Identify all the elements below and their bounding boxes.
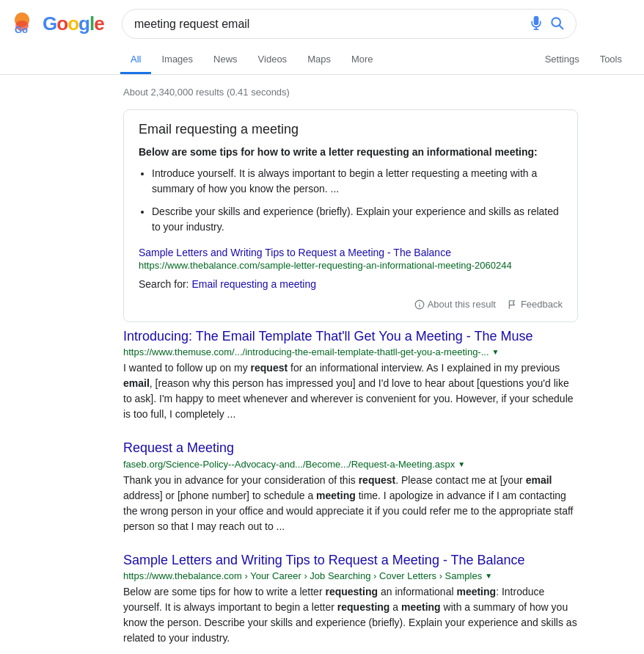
- tab-all[interactable]: All: [120, 46, 151, 74]
- tab-more[interactable]: More: [341, 46, 384, 74]
- snippet-bullet-list: Introduce yourself. It is always importa…: [152, 166, 563, 235]
- tab-images[interactable]: Images: [151, 46, 203, 74]
- snippet-url: https://www.thebalance.com/sample-letter…: [139, 260, 563, 271]
- snippet-search-for: Search for: Email requesting a meeting: [139, 278, 563, 290]
- svg-text:Go: Go: [15, 24, 28, 35]
- result-3-dropdown[interactable]: ▼: [485, 572, 492, 580]
- google-logo-text: Google: [43, 11, 110, 37]
- result-3-url: https://www.thebalance.com › Your Career…: [123, 570, 578, 581]
- results-stats: About 2,340,000 results (0.41 seconds): [123, 87, 632, 98]
- tab-maps[interactable]: Maps: [297, 46, 341, 74]
- search-box[interactable]: [122, 9, 577, 39]
- result-2-dropdown[interactable]: ▼: [458, 460, 465, 468]
- feedback-btn[interactable]: Feedback: [508, 299, 563, 310]
- microphone-icon[interactable]: [529, 15, 544, 32]
- about-result-btn[interactable]: About this result: [414, 299, 496, 310]
- snippet-result-link[interactable]: Sample Letters and Writing Tips to Reque…: [139, 247, 563, 258]
- search-nav: All Images News Videos Maps More Setting…: [12, 46, 632, 74]
- about-result-label: About this result: [428, 299, 496, 310]
- result-3-snippet: Below are some tips for how to write a l…: [123, 584, 578, 646]
- snippet-bullet-1: Introduce yourself. It is always importa…: [152, 166, 563, 197]
- result-1-title[interactable]: Introducing: The Email Template That'll …: [123, 329, 533, 344]
- result-1-snippet: I wanted to follow up on my request for …: [123, 360, 578, 422]
- tab-settings[interactable]: Settings: [535, 46, 590, 74]
- flag-icon: [508, 299, 518, 310]
- snippet-bullet-2: Describe your skills and experience (bri…: [152, 204, 563, 235]
- snippet-intro: Below are some tips for how to write a l…: [139, 145, 563, 160]
- feedback-label: Feedback: [521, 299, 563, 310]
- result-1-url: https://www.themuse.com/.../introducing-…: [123, 346, 578, 357]
- result-2: Request a Meeting faseb.org/Science-Poli…: [123, 440, 578, 534]
- tab-news[interactable]: News: [203, 46, 248, 74]
- result-2-title[interactable]: Request a Meeting: [123, 440, 234, 455]
- search-icon[interactable]: [549, 15, 564, 32]
- result-2-url: faseb.org/Science-Policy--Advocacy-and..…: [123, 459, 578, 470]
- svg-line-7: [560, 26, 563, 29]
- google-logo: Go Google: [12, 11, 110, 37]
- featured-snippet: Email requesting a meeting Below are som…: [123, 109, 578, 322]
- snippet-search-link[interactable]: Email requesting a meeting: [191, 278, 316, 290]
- result-1: Introducing: The Email Template That'll …: [123, 328, 578, 422]
- google-logo-icon: Go: [12, 11, 40, 37]
- tab-tools[interactable]: Tools: [590, 46, 632, 74]
- snippet-footer: About this result Feedback: [139, 296, 563, 310]
- search-input[interactable]: [134, 18, 523, 31]
- results-area: About 2,340,000 results (0.41 seconds) E…: [0, 75, 644, 654]
- info-icon: [414, 299, 425, 310]
- result-1-dropdown[interactable]: ▼: [492, 348, 500, 356]
- tab-videos[interactable]: Videos: [248, 46, 298, 74]
- result-3: Sample Letters and Writing Tips to Reque…: [123, 552, 578, 646]
- snippet-title: Email requesting a meeting: [139, 122, 563, 137]
- result-2-snippet: Thank you in advance for your considerat…: [123, 473, 578, 534]
- result-3-title[interactable]: Sample Letters and Writing Tips to Reque…: [123, 553, 525, 567]
